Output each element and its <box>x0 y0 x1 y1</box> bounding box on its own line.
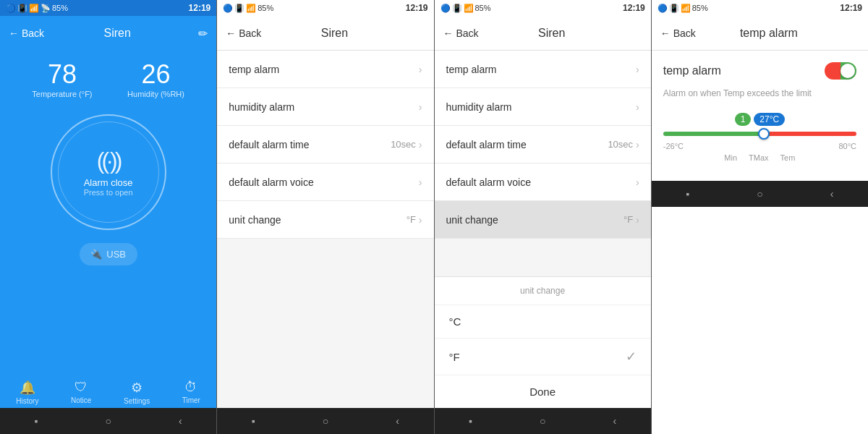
menu-overlay-3: temp alarm › humidity alarm › default al… <box>435 51 651 239</box>
android-home-4[interactable]: ○ <box>752 187 767 201</box>
menu-right-time-3: 10sec › <box>608 139 639 150</box>
android-back-1[interactable]: ‹ <box>173 414 187 428</box>
status-icons-2: 🔵 📳 📶 85% <box>223 4 273 13</box>
status-bar-4: 🔵 📳 📶 85% 12:19 <box>652 0 868 16</box>
menu-item-temp-3[interactable]: temp alarm › <box>435 51 651 88</box>
nav-item-settings[interactable]: ⚙ Settings <box>124 380 150 405</box>
battery-text: 85% <box>52 4 68 12</box>
back-label-3: Back <box>456 27 479 39</box>
menu-item-unit-3[interactable]: unit change °F › <box>435 201 651 239</box>
menu-item-voice-3[interactable]: default alarm voice › <box>435 163 651 201</box>
temperature-value: 78 <box>32 59 92 90</box>
android-back-4[interactable]: ‹ <box>825 187 839 201</box>
header-title-3: Siren <box>485 27 619 40</box>
slider-current-temp: 27°C <box>754 113 785 126</box>
back-button-1[interactable]: ← Back <box>9 27 44 39</box>
slider-min-badge: 1 <box>735 113 752 126</box>
alarm-toggle[interactable] <box>825 62 856 80</box>
menu-item-default-time-2[interactable]: default alarm time 10sec › <box>217 126 433 163</box>
temp-slider-track[interactable] <box>663 132 856 136</box>
android-back-3[interactable]: ‹ <box>608 414 622 428</box>
android-nav-1: ▪ ○ ‹ <box>0 408 216 434</box>
menu-item-humidity-alarm-2[interactable]: humidity alarm › <box>217 88 433 126</box>
android-home-1[interactable]: ○ <box>101 414 116 428</box>
menu-label-unit-2: unit change <box>229 214 281 226</box>
time-2: 12:19 <box>406 3 428 13</box>
temperature-reading: 78 Temperature (°F) <box>32 59 92 98</box>
menu-label-voice-3: default alarm voice <box>446 176 532 188</box>
menu-right-humidity-2: › <box>419 101 422 113</box>
signal-icon: 📡 <box>41 4 51 13</box>
slider-max-label: 80°C <box>838 142 856 150</box>
nav-item-history[interactable]: 🔔 History <box>16 380 38 405</box>
unit-bottom-sheet: unit change °C °F ✓ Done <box>435 276 651 408</box>
back-arrow-icon-1: ← <box>9 27 19 39</box>
back-button-2[interactable]: ← Back <box>226 27 261 39</box>
android-home-3[interactable]: ○ <box>535 414 550 428</box>
android-home-2[interactable]: ○ <box>318 414 333 428</box>
usb-icon: 🔌 <box>90 249 102 260</box>
menu-label-temp-2: temp alarm <box>229 64 279 75</box>
status-bar-2: 🔵 📳 📶 85% 12:19 <box>217 0 433 16</box>
alarm-circle[interactable]: ((·)) Alarm close Press to open <box>51 114 166 230</box>
alarm-inner-ring: ((·)) Alarm close Press to open <box>58 122 159 223</box>
nav-label-timer: Timer <box>182 396 200 404</box>
bt-icon: 🔵 <box>6 4 16 13</box>
history-icon: 🔔 <box>20 380 35 396</box>
humidity-label: Humidity (%RH) <box>127 90 184 98</box>
menu-item-default-voice-2[interactable]: default alarm voice › <box>217 163 433 201</box>
slider-min-label: -26°C <box>663 142 684 150</box>
slider-label-row: 1 27°C <box>663 113 856 126</box>
menu-right-humidity-3: › <box>636 101 639 113</box>
edit-icon-1[interactable]: ✏ <box>190 27 208 41</box>
unit-option-fahrenheit[interactable]: °F ✓ <box>435 339 651 375</box>
unit-option-celsius[interactable]: °C <box>435 305 651 339</box>
android-square-1[interactable]: ▪ <box>29 414 43 428</box>
settings-icon: ⚙ <box>131 380 142 396</box>
wifi-icon-4: 📶 <box>681 4 691 13</box>
android-square-3[interactable]: ▪ <box>463 414 477 428</box>
android-square-2[interactable]: ▪ <box>246 414 260 428</box>
back-label-1: Back <box>22 27 44 39</box>
menu-list-2: temp alarm › humidity alarm › default al… <box>217 51 433 408</box>
time-3: 12:19 <box>623 3 645 13</box>
menu-label-time-2: default alarm time <box>229 139 309 150</box>
bottom-nav-1: 🔔 History 🛡 Notice ⚙ Settings ⏱ Timer <box>0 374 216 408</box>
fahrenheit-check-icon: ✓ <box>626 349 637 365</box>
slider-thumb[interactable] <box>758 128 770 140</box>
temp-alarm-content: temp alarm Alarm on when Temp exceeds th… <box>652 51 868 181</box>
notif-icon-3: 📳 <box>452 4 462 13</box>
wifi-icon: 📶 <box>29 4 39 13</box>
header-4: ← Back temp alarm <box>652 16 868 51</box>
header-title-4: temp alarm <box>702 27 836 40</box>
status-icons-3: 🔵 📳 📶 85% <box>441 4 491 13</box>
android-back-2[interactable]: ‹ <box>391 414 405 428</box>
android-nav-4: ▪ ○ ‹ <box>652 181 868 207</box>
wifi-icon-3: 📶 <box>464 4 474 13</box>
time-val-3: 10sec <box>608 139 633 150</box>
menu-right-unit-2: °F › <box>407 214 422 226</box>
wave-icon: ((·)) <box>97 148 120 174</box>
back-arrow-4: ← <box>660 27 671 39</box>
back-label-2: Back <box>239 27 261 39</box>
menu-right-time-2: 10sec › <box>391 139 422 150</box>
done-button[interactable]: Done <box>435 375 651 408</box>
menu-item-unit-2[interactable]: unit change °F › <box>217 201 433 239</box>
menu-item-time-3[interactable]: default alarm time 10sec › <box>435 126 651 163</box>
chevron-temp-2: › <box>419 64 422 75</box>
alarm-label-4: temp alarm <box>663 64 721 77</box>
android-square-4[interactable]: ▪ <box>681 187 695 201</box>
menu-right-temp-2: › <box>419 64 422 75</box>
nav-item-timer[interactable]: ⏱ Timer <box>182 380 200 405</box>
sensor-readings: 78 Temperature (°F) 26 Humidity (%RH) <box>0 51 216 107</box>
notif-icon-4: 📳 <box>669 4 679 13</box>
chevron-voice-2: › <box>419 176 422 188</box>
nav-item-notice[interactable]: 🛡 Notice <box>71 380 91 405</box>
header-2: ← Back Siren <box>217 16 433 51</box>
back-button-3[interactable]: ← Back <box>443 27 479 39</box>
status-bar-3: 🔵 📳 📶 85% 12:19 <box>435 0 651 16</box>
menu-item-humidity-3[interactable]: humidity alarm › <box>435 88 651 126</box>
notice-icon: 🛡 <box>75 380 88 395</box>
menu-item-temp-alarm-2[interactable]: temp alarm › <box>217 51 433 88</box>
back-button-4[interactable]: ← Back <box>660 27 696 39</box>
